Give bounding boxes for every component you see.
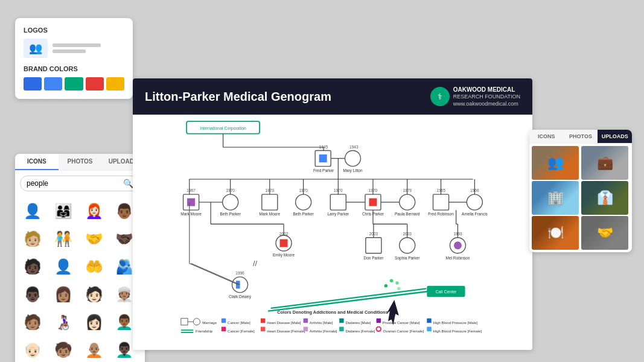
svg-point-76 xyxy=(397,287,401,291)
list-item[interactable]: 👔 xyxy=(581,181,628,215)
svg-text:Colors Denoting Addictions and: Colors Denoting Addictions and Medical C… xyxy=(277,310,388,316)
svg-text:High Blood Pressure [Female]: High Blood Pressure [Female] xyxy=(433,329,482,333)
list-item[interactable]: 👥 xyxy=(532,146,579,180)
beth-parker-node[interactable] xyxy=(223,194,238,210)
tab-icons[interactable]: ICONS xyxy=(15,154,59,170)
svg-point-77 xyxy=(393,291,397,295)
brand-colors-row xyxy=(24,77,124,91)
org-logo-text: OAKWOOD MEDICAL RESEARCH FOUNDATION www.… xyxy=(453,86,520,107)
swatch-blue[interactable] xyxy=(24,77,42,91)
beth-parker2-node[interactable] xyxy=(296,194,311,210)
svg-text:Don Parker: Don Parker xyxy=(363,256,384,260)
svg-text:Arthritis [Female]: Arthritis [Female] xyxy=(310,329,337,333)
svg-text:Prostate Cancer [Male]: Prostate Cancer [Male] xyxy=(383,321,420,325)
list-item[interactable]: 👤 xyxy=(20,198,45,224)
right-tab-photos[interactable]: PHOTOS xyxy=(564,130,598,143)
list-item[interactable]: 👩🏻‍🦰 xyxy=(81,198,107,224)
svg-point-73 xyxy=(384,284,388,288)
mark-moore2-node[interactable] xyxy=(262,194,278,210)
search-bar[interactable]: 🔍 xyxy=(20,176,140,191)
svg-text:Sophia Parker: Sophia Parker xyxy=(395,256,420,261)
list-item[interactable]: 🧑🏻 xyxy=(81,282,107,307)
svg-text:Mel Robinson: Mel Robinson xyxy=(446,256,470,260)
swatch-lightblue[interactable] xyxy=(44,77,62,91)
list-item[interactable]: 🧑🏿 xyxy=(20,254,45,279)
swatch-yellow[interactable] xyxy=(106,77,124,91)
org-logo-icon: ⚕ xyxy=(430,87,450,106)
corp-label: International Corporation xyxy=(200,126,246,131)
svg-text:Larry Parker: Larry Parker xyxy=(327,212,349,217)
swatch-green[interactable] xyxy=(65,77,83,91)
paula-bernard-node[interactable] xyxy=(400,194,415,210)
mary-litton-node[interactable] xyxy=(345,151,360,167)
icons-panel: ICONS PHOTOS UPLOADS 🔍 👤 👨‍👩‍👧 👩🏻‍🦰 👨🏾 🧑… xyxy=(15,154,145,362)
tab-photos[interactable]: PHOTOS xyxy=(59,154,102,170)
list-item[interactable]: 🤝 xyxy=(581,216,628,250)
svg-rect-93 xyxy=(427,319,431,323)
don-parker-node[interactable] xyxy=(366,238,381,253)
svg-text:Cancer [Female]: Cancer [Female] xyxy=(228,329,255,333)
org-name: OAKWOOD MEDICAL xyxy=(453,86,520,94)
genogram-canvas[interactable]: International Corporation 1945 1943 Fred… xyxy=(133,115,532,350)
icon-grid: 👤 👨‍👩‍👧 👩🏻‍🦰 👨🏾 🧑🏼 🧑‍🤝‍🧑 🤝 🤝🏿 🧑🏿 👤 🤲 🫂 👨… xyxy=(15,196,145,362)
svg-rect-91 xyxy=(377,319,381,323)
svg-rect-89 xyxy=(339,319,343,323)
svg-rect-2 xyxy=(319,154,327,162)
amelia-francis-node[interactable] xyxy=(467,194,482,210)
svg-line-68 xyxy=(191,264,240,285)
list-item[interactable]: 👩🏻 xyxy=(81,310,107,335)
list-item[interactable]: 🧑🏽 xyxy=(20,310,45,335)
svg-text:Paula Bernard: Paula Bernard xyxy=(395,212,420,217)
search-input[interactable] xyxy=(27,179,123,188)
logo-line-long xyxy=(53,43,101,47)
svg-text:Ovarian Cancer [Female]: Ovarian Cancer [Female] xyxy=(383,329,424,333)
list-item[interactable]: 🧑‍🤝‍🧑 xyxy=(51,226,76,252)
list-item[interactable]: 🤝 xyxy=(81,226,107,252)
main-genogram-area: Litton-Parker Medical Genogram ⚕ OAKWOOD… xyxy=(133,78,532,350)
list-item[interactable]: 👩🏽‍🦽 xyxy=(51,310,76,335)
sophia-parker-node[interactable] xyxy=(400,238,415,253)
svg-text:Beth Parker: Beth Parker xyxy=(293,212,314,217)
list-item[interactable]: 🧒🏽 xyxy=(51,337,76,362)
list-item[interactable]: 🏢 xyxy=(532,181,579,215)
svg-text:Emily Moore: Emily Moore xyxy=(273,253,295,258)
logos-label: LOGOS xyxy=(24,27,124,34)
svg-text:Marriage: Marriage xyxy=(202,321,217,325)
svg-text://: // xyxy=(253,259,258,268)
right-panel: ICONS PHOTOS UPLOADS 👥 💼 🏢 👔 🍽️ 🤝 xyxy=(529,130,632,252)
right-tab-uploads[interactable]: UPLOADS xyxy=(598,130,632,143)
svg-line-72 xyxy=(271,289,427,309)
svg-text:1996: 1996 xyxy=(235,271,244,275)
genogram-header: Litton-Parker Medical Genogram ⚕ OAKWOOD… xyxy=(133,78,532,115)
svg-rect-24 xyxy=(369,198,377,206)
list-item[interactable]: 🍽️ xyxy=(532,216,579,250)
icons-panel-tabs: ICONS PHOTOS UPLOADS xyxy=(15,154,145,171)
fred-robinson-node[interactable] xyxy=(433,194,449,210)
list-item[interactable]: 💼 xyxy=(581,146,628,180)
right-tab-icons[interactable]: ICONS xyxy=(529,130,564,143)
list-item[interactable]: 👨‍👩‍👧 xyxy=(51,198,76,224)
list-item[interactable]: 🤲 xyxy=(81,254,107,279)
svg-rect-109 xyxy=(427,327,431,331)
search-icon[interactable]: 🔍 xyxy=(123,179,133,188)
org-subtitle: RESEARCH FOUNDATION xyxy=(453,94,520,101)
svg-text:Fred Parker: Fred Parker xyxy=(313,168,334,173)
logo-icon: 👥 xyxy=(24,39,48,58)
svg-line-71 xyxy=(268,291,428,311)
svg-text:1967: 1967 xyxy=(187,189,196,193)
svg-point-107 xyxy=(377,328,380,331)
org-url: www.oakwoodmedical.com xyxy=(453,101,520,108)
list-item[interactable]: 👴🏻 xyxy=(20,337,45,362)
svg-point-81 xyxy=(193,319,200,325)
logos-brand-panel: LOGOS 👥 BRAND COLORS xyxy=(15,18,133,99)
svg-text:Cancer [Male]: Cancer [Male] xyxy=(228,321,250,325)
list-item[interactable]: 👩🏽 xyxy=(51,282,76,307)
swatch-red[interactable] xyxy=(86,77,104,91)
svg-text:High Blood Pressure  [Male]: High Blood Pressure [Male] xyxy=(433,321,478,325)
larry-parker-node[interactable] xyxy=(330,194,346,210)
list-item[interactable]: 🧑🏽‍🦲 xyxy=(81,337,107,362)
list-item[interactable]: 🧑🏼 xyxy=(20,226,45,252)
list-item[interactable]: 👤 xyxy=(51,254,76,279)
svg-rect-100 xyxy=(261,327,265,331)
list-item[interactable]: 👨🏿 xyxy=(20,282,45,307)
